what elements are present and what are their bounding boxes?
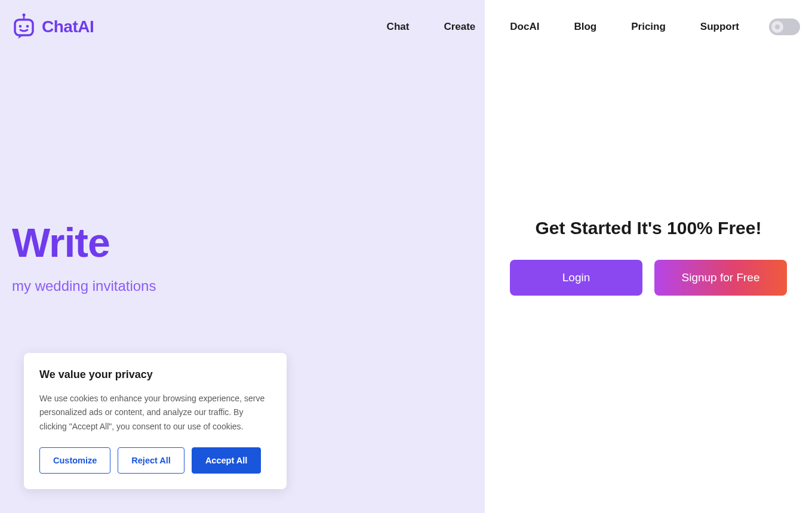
cta-buttons: Login Signup for Free [497, 260, 800, 296]
accept-all-button[interactable]: Accept All [192, 447, 261, 474]
login-button[interactable]: Login [510, 260, 642, 296]
svg-point-3 [19, 25, 22, 28]
nav-blog[interactable]: Blog [574, 21, 596, 33]
nav-support[interactable]: Support [700, 21, 739, 33]
page-container: Write my wedding invitations Get Started… [0, 0, 812, 513]
moon-icon [771, 21, 783, 33]
logo-text: ChatAI [42, 17, 94, 36]
cta-container: Get Started It's 100% Free! Login Signup… [485, 218, 812, 296]
cookie-buttons: Customize Reject All Accept All [39, 447, 271, 474]
robot-icon [12, 13, 36, 41]
nav-pricing[interactable]: Pricing [631, 21, 666, 33]
logo[interactable]: ChatAI [12, 13, 94, 41]
theme-toggle[interactable] [769, 19, 800, 35]
hero-subtitle: my wedding invitations [12, 278, 156, 294]
cookie-banner: We value your privacy We use cookies to … [24, 353, 287, 489]
svg-rect-2 [15, 20, 33, 35]
main-nav: Chat Create DocAI Blog Pricing Support [387, 19, 800, 35]
nav-create[interactable]: Create [444, 21, 475, 33]
header: ChatAI Chat Create DocAI Blog Pricing Su… [0, 0, 812, 54]
cta-heading: Get Started It's 100% Free! [497, 218, 800, 238]
svg-point-0 [23, 14, 26, 17]
signup-button[interactable]: Signup for Free [654, 260, 787, 296]
nav-docai[interactable]: DocAI [510, 21, 539, 33]
svg-point-4 [26, 25, 29, 28]
nav-chat[interactable]: Chat [387, 21, 410, 33]
reject-all-button[interactable]: Reject All [118, 447, 184, 474]
hero-title: Write [12, 219, 156, 266]
customize-button[interactable]: Customize [39, 447, 110, 474]
right-panel: Get Started It's 100% Free! Login Signup… [485, 0, 812, 513]
hero-section: Write my wedding invitations [12, 219, 156, 294]
cookie-title: We value your privacy [39, 368, 271, 381]
cookie-text: We use cookies to enhance your browsing … [39, 392, 271, 434]
